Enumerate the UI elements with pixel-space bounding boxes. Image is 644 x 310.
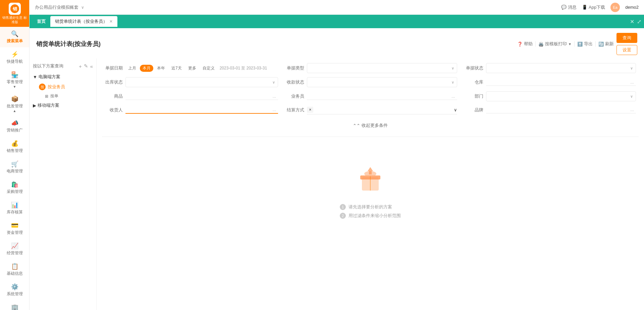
sales-icon: 💰 [11,140,18,147]
collapse-panel-btn[interactable]: « [90,63,93,69]
tree-group-mobile: ▶ 移动端方案 [30,100,96,110]
tree-sub-child-order-label: 按单 [50,93,58,99]
query-btn[interactable]: 查询 [616,33,637,43]
operation-icon: 📈 [11,242,18,250]
date-pill-7days[interactable]: 近7天 [169,65,184,72]
salesman-label: 业务员 [283,93,307,99]
sidebar-item-label-finance: 资金管理 [7,230,23,236]
brand-more-btn[interactable]: … [628,108,636,112]
order-status-select[interactable]: ∨ [486,63,636,73]
brand-label: 品牌 [463,107,486,113]
tab-home[interactable]: 首页 [32,16,50,27]
sidebar-item-sales[interactable]: 💰 销售管理 [0,137,29,157]
settings-btn[interactable]: 设置 [616,45,637,55]
sidebar-item-finance[interactable]: 💳 资金管理 [0,218,29,239]
warehouse-more-btn[interactable]: … [628,80,636,84]
payment-select[interactable]: ∨ [307,77,457,87]
marketing-icon: 📣 [11,119,18,127]
sidebar-item-operation[interactable]: 📈 经营管理 [0,239,29,259]
help-btn[interactable]: ❓ 帮助 [517,41,533,47]
sidebar-item-label-quicknav: 快捷导航 [7,59,23,64]
sidebar-item-search[interactable]: 🔍 搜索菜单 [0,27,29,47]
tree-group-desktop-text: 电脑端方案 [39,74,60,80]
search-icon: 🔍 [11,30,18,38]
consignee-more-btn[interactable]: … [270,108,278,112]
topbar-dropdown-arrow[interactable]: ∨ [81,5,84,10]
refresh-btn[interactable]: 🔄 刷新 [598,41,614,47]
stock-out-select[interactable]: ∨ [125,77,278,87]
sidebar-item-basic[interactable]: 📋 基础信息 [0,259,29,280]
payment-label: 收款状态 [283,79,307,85]
stock-out-arrow: ∨ [272,80,275,85]
collapse-filters-btn[interactable]: ⌃⌃ 收起更多条件 [353,120,388,133]
goods-more-btn[interactable]: … [270,94,278,98]
tree-expand-icon-mobile: ▶ [33,103,36,108]
date-pill-thisyear[interactable]: 本年 [154,65,168,72]
page-actions: ❓ 帮助 🖨️ 按模板打印 ▼ ⬆️ 导出 [517,33,637,55]
inventory-icon: 📊 [11,201,18,209]
order-type-select[interactable]: ∨ [307,63,457,73]
purchase-icon: 🛍️ [11,181,18,188]
sidebar-item-ecommerce[interactable]: 🛒 电商管理 [0,157,29,177]
tree-group-mobile-text: 移动端方案 [38,102,59,108]
tabbar: 首页 销货单统计表（按业务员） ✕ ✕ ⤢ [30,15,644,28]
tree-sub-children: ⊞ 按单 [36,92,96,100]
tree-sub-child-order[interactable]: ⊞ 按单 [42,92,96,100]
empty-state: 1 请先选择要分析的方案 2 用过滤条件来缩小分析范围 [97,137,644,248]
logo-area: 销 销售通好生意 标准版 [0,0,29,27]
date-pill-more[interactable]: 更多 [185,65,199,72]
panel-header-actions: + ✎ « [79,63,93,69]
sidebar-item-wholesale[interactable]: 📦 批发管理 ▲ [0,92,29,116]
filter-area: 单据日期 上月 本月 本年 近7天 更多 自定义 2023-03-01 至 20… [97,58,644,137]
help-label: 帮助 [524,41,533,47]
add-scheme-btn[interactable]: + [79,63,82,69]
sidebar-item-system[interactable]: ⚙️ 系统管理 [0,280,29,300]
divider3 [595,41,596,47]
print-btn[interactable]: 🖨️ 按模板打印 ▼ [538,41,572,47]
system-icon: ⚙️ [11,283,18,291]
close-window-icon[interactable]: ✕ [630,18,634,25]
avatar[interactable]: Ea [610,3,620,12]
sidebar-item-quicknav[interactable]: ⚡ 快捷导航 [0,47,29,68]
date-pill-lastmonth[interactable]: 上月 [125,65,139,72]
message-btn[interactable]: 💬 消息 [561,4,577,10]
date-pill-thismonth[interactable]: 本月 [140,65,153,72]
wholesale-icon: 📦 [11,95,18,103]
export-btn[interactable]: ⬆️ 导出 [577,41,593,47]
date-pill-custom[interactable]: 自定义 [200,65,217,72]
sidebar-item-label-basic: 基础信息 [7,271,23,276]
svg-text:销: 销 [12,6,17,11]
maximize-window-icon[interactable]: ⤢ [637,18,641,25]
sidebar-item-marketing[interactable]: 📣 营销推广 [0,116,29,137]
topbar: 办公用品行业模拟账套 ∨ 💬 消息 📱 App下载 Ea demo2 [30,0,644,15]
tab-close-icon[interactable]: ✕ [109,19,113,24]
tree-child-salesman-label: 按业务员 [48,84,65,90]
retail-icon: 🏪 [11,71,18,79]
sidebar-item-label-marketing: 营销推广 [7,127,23,133]
tab-sales-stat-label: 销货单统计表（按业务员） [55,18,107,24]
finance-icon: 💳 [11,222,18,229]
sidebar-item-enterprise[interactable]: 🏢 企业协同 [0,300,29,310]
sidebar-item-inventory[interactable]: 📊 库存核算 [0,198,29,218]
consignee-label: 收货人 [102,107,125,113]
print-label: 按模板打印 [545,41,567,47]
tree-expand-icon: ▼ [33,74,37,80]
tree-group-desktop: ▼ 电脑端方案 按 按业务员 ⊞ 按单 [30,72,96,100]
stock-out-label: 出库状态 [102,79,125,85]
sidebar-item-purchase[interactable]: 🛍️ 采购管理 [0,177,29,198]
settlement-x[interactable]: × [309,107,311,112]
date-label: 单据日期 [102,65,125,71]
message-icon: 💬 [561,5,567,10]
edit-scheme-btn[interactable]: ✎ [84,63,88,69]
download-icon: 📱 [582,5,587,10]
tree-group-desktop-label[interactable]: ▼ 电脑端方案 [30,72,96,82]
tree-sub-icon: ⊞ [45,94,48,99]
panel-header: 按以下方案查询 + ✎ « [30,62,96,72]
app-download-btn[interactable]: 📱 App下载 [582,4,605,10]
dept-select[interactable]: ∨ [486,91,636,101]
tree-group-mobile-label[interactable]: ▶ 移动端方案 [30,100,96,110]
sidebar-item-retail[interactable]: 🏪 零售管理 ▼ [0,68,29,92]
tab-sales-stat[interactable]: 销货单统计表（按业务员） ✕ [50,16,117,27]
salesman-more-btn[interactable]: … [449,94,457,98]
tree-child-salesman[interactable]: 按 按业务员 [36,82,96,92]
